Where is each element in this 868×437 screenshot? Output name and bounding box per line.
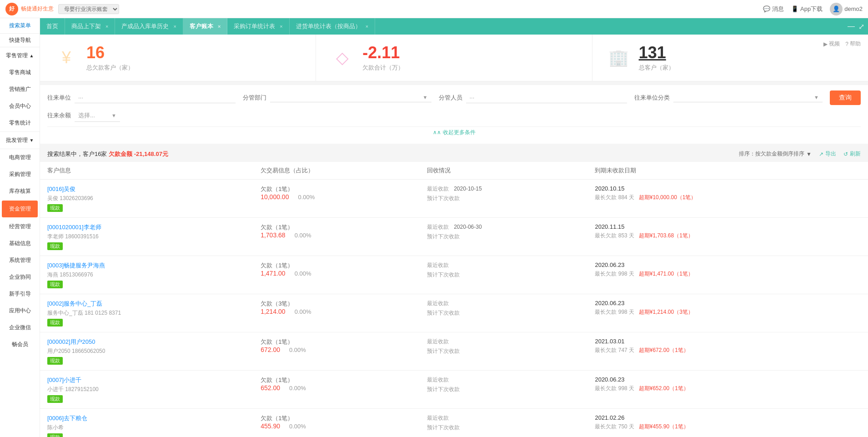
customer-name-link[interactable]: [0003]畅捷服务尹海燕	[47, 261, 246, 270]
customer-name-link[interactable]: [000002]用户2050	[47, 338, 246, 346]
table-row: [000002]用户2050 用户2050 18665062050 现款 欠款（…	[40, 332, 868, 370]
customer-name-link[interactable]: [0007]小进千	[47, 376, 246, 384]
tab-purchase-stats[interactable]: 采购订单统计表 ×	[227, 18, 289, 35]
recovery-cell: 最近收款 预计下次收款	[420, 408, 588, 437]
due-date: 2020.06.23	[595, 376, 861, 383]
customer-info-cell: [0016]吴俊 吴俊 13026203696 现款	[40, 179, 253, 217]
overdue-amount[interactable]: 超期¥10,000.00（1笔）	[639, 194, 697, 201]
customer-tag: 现款	[47, 242, 63, 250]
往来单位-input[interactable]: ···	[75, 92, 236, 103]
export-button[interactable]: ↗ 导出	[819, 150, 836, 158]
company-select[interactable]: 母婴行业演示账套	[58, 4, 119, 14]
customer-name-link[interactable]: [0016]吴俊	[47, 185, 246, 193]
owe-amount[interactable]: 1,214.00	[261, 308, 286, 315]
owe-percent: 0.00%	[295, 232, 311, 239]
sidebar-item-batch-mgmt[interactable]: 批发管理 ▼	[0, 132, 40, 149]
recent-payment: 最近收款	[427, 300, 581, 307]
overdue-amount[interactable]: 超期¥1,214.00（3笔）	[639, 309, 693, 315]
customer-name-link[interactable]: [0006]去下粮仓	[47, 414, 246, 422]
owe-amount[interactable]: 672.00	[261, 346, 280, 353]
close-icon[interactable]: ×	[218, 24, 221, 29]
sidebar-item-retail-mall[interactable]: 零售商城	[0, 64, 40, 81]
sidebar-quick-nav[interactable]: 快捷导航	[0, 34, 40, 47]
sidebar-item-marketing[interactable]: 营销推广	[0, 81, 40, 98]
video-link[interactable]: ▶ 视频	[823, 40, 840, 48]
help-link[interactable]: ? 帮助	[845, 40, 861, 48]
overdue-amount[interactable]: 超期¥1,703.68（1笔）	[639, 232, 693, 239]
owe-info-cell: 欠款（3笔） 1,214.00 0.00%	[253, 294, 419, 332]
sidebar-item-system[interactable]: 系统管理	[0, 252, 40, 269]
owe-percent: 0.00%	[289, 423, 306, 430]
分管人员-input[interactable]: ···	[466, 92, 627, 103]
sidebar-item-finance[interactable]: 资金管理	[2, 201, 38, 217]
sidebar-item-purchase[interactable]: 采购管理	[0, 166, 40, 183]
sidebar-item-basic-info[interactable]: 基础信息	[0, 235, 40, 252]
sidebar-item-member[interactable]: 会员中心	[0, 98, 40, 115]
tab-product-shelf[interactable]: 商品上下架 ×	[65, 18, 115, 35]
filter-往来单位分类: 往来单位分类 ▼	[634, 93, 823, 102]
chevron-down-icon: ▼	[814, 95, 819, 100]
往来余额-select[interactable]: 选择... ▼	[75, 110, 120, 122]
overdue-amount[interactable]: 超期¥1,471.00（1笔）	[639, 271, 693, 277]
owe-amount[interactable]: 455.90	[261, 422, 280, 430]
collapse-bar[interactable]: ∧∧ 收起更多条件	[47, 126, 861, 138]
col-header-recovery: 回收情况	[420, 162, 588, 180]
customer-tag: 现款	[47, 357, 63, 365]
message-link[interactable]: 💬 消息	[763, 5, 784, 13]
next-payment: 预计下次收款	[427, 195, 581, 202]
owe-info-cell: 欠款（1笔） 1,471.00 0.00%	[253, 256, 419, 294]
max-owe-days: 最长欠款 853 天 超期¥1,703.68（1笔）	[595, 232, 861, 240]
top-bar-right: 💬 消息 📱 App下载 👤 demo2	[763, 3, 863, 15]
minimize-icon[interactable]: —	[848, 22, 855, 30]
recovery-cell: 最近收款 预计下次收款	[420, 294, 588, 332]
tab-inbound-stats[interactable]: 进货单统计表（按商品） ×	[290, 18, 375, 35]
user-menu[interactable]: 👤 demo2	[830, 3, 863, 15]
col-header-duedate: 到期未收款日期	[587, 162, 868, 180]
close-icon[interactable]: ×	[173, 24, 176, 29]
filter-往来余额-label: 往来余额	[47, 111, 71, 120]
sidebar-item-inventory[interactable]: 库存核算	[0, 183, 40, 200]
sort-selector[interactable]: 排序：按欠款金额倒序排序 ▼	[739, 150, 812, 158]
max-owe-days: 最长欠款 747 天 超期¥672.00（1笔）	[595, 347, 861, 354]
sidebar-search[interactable]: 搜索菜单	[0, 18, 40, 34]
sidebar-item-app-center[interactable]: 应用中心	[0, 302, 40, 319]
overdue-amount[interactable]: 超期¥672.00（1笔）	[639, 347, 689, 353]
owe-amount[interactable]: 1,703.68	[261, 231, 286, 239]
recent-date: 2020-10-15	[454, 186, 482, 192]
sidebar-item-ops[interactable]: 经营管理	[0, 218, 40, 235]
maximize-icon[interactable]: ⤢	[858, 22, 864, 31]
sidebar-item-enterprise-coop[interactable]: 企业协同	[0, 269, 40, 286]
tab-home[interactable]: 首页	[40, 18, 65, 35]
owe-amount[interactable]: 652.00	[261, 384, 280, 392]
tab-customer-account[interactable]: 客户账本 ×	[183, 18, 227, 35]
search-button[interactable]: 查询	[830, 90, 861, 105]
tab-product-history[interactable]: 产成品入库单历史 ×	[115, 18, 183, 35]
help-icon: ?	[845, 41, 848, 47]
customer-name-link[interactable]: [0001020001]李老师	[47, 223, 246, 231]
customer-name-link[interactable]: [0002]服务中心_丁磊	[47, 300, 246, 308]
recent-payment: 最近收款	[427, 414, 581, 422]
overdue-amount[interactable]: 超期¥455.90（1笔）	[639, 423, 689, 430]
sidebar-item-retail-stats[interactable]: 零售统计	[0, 115, 40, 131]
sidebar-item-retail-mgmt[interactable]: 零售管理 ▲	[0, 47, 40, 64]
分管部门-select[interactable]: ▼	[270, 93, 431, 102]
col-header-owe: 欠交易信息（占比）	[253, 162, 419, 180]
collapse-icon: ∧∧	[433, 129, 441, 136]
customer-tag: 现款	[47, 395, 63, 403]
overdue-amount[interactable]: 超期¥652.00（1笔）	[639, 385, 689, 392]
due-date-cell: 2020.06.23 最长欠款 998 天 超期¥1,471.00（1笔）	[587, 256, 868, 294]
top-bar: 好 畅捷通好生意 母婴行业演示账套 💬 消息 📱 App下载 👤 demo2	[0, 0, 868, 18]
close-icon[interactable]: ×	[280, 24, 282, 29]
close-icon[interactable]: ×	[366, 24, 368, 29]
close-icon[interactable]: ×	[105, 24, 108, 29]
sidebar-group-batch: 批发管理 ▼	[0, 132, 40, 149]
sidebar-item-畅会员[interactable]: 畅会员	[0, 336, 40, 353]
sidebar-item-ecommerce[interactable]: 电商管理	[0, 149, 40, 166]
owe-amount[interactable]: 1,471.00	[261, 270, 286, 277]
sidebar-item-enterprise-wechat[interactable]: 企业微信	[0, 319, 40, 336]
sidebar-item-new-guide[interactable]: 新手引导	[0, 286, 40, 302]
refresh-button[interactable]: ↺ 刷新	[843, 150, 861, 158]
app-download-link[interactable]: 📱 App下载	[791, 5, 823, 13]
owe-amount[interactable]: 10,000.00	[261, 193, 289, 201]
往来单位分类-select[interactable]: ▼	[673, 93, 823, 102]
